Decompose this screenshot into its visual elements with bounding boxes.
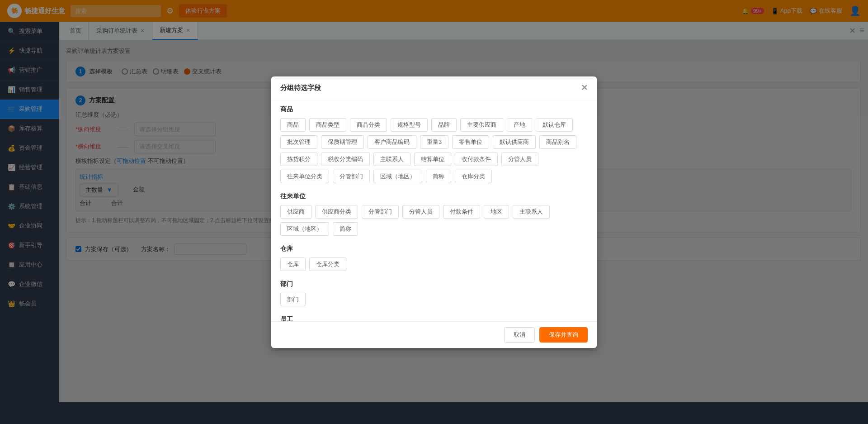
section-warehouse: 仓库 仓库 仓库分类 bbox=[280, 245, 588, 271]
section-product-title: 商品 bbox=[280, 105, 588, 114]
tag-w-warehouse-cat[interactable]: 仓库分类 bbox=[309, 257, 346, 271]
section-employee: 员工 业务员 bbox=[280, 315, 588, 321]
tag-retail-unit[interactable]: 零售单位 bbox=[452, 135, 489, 149]
section-product-tags: 商品 商品类型 商品分类 规格型号 品牌 主要供应商 产地 默认仓库 批次管理 … bbox=[280, 118, 588, 183]
dialog-body[interactable]: 商品 商品 商品类型 商品分类 规格型号 品牌 主要供应商 产地 默认仓库 批次… bbox=[271, 98, 597, 321]
tag-region[interactable]: 区域（地区） bbox=[373, 170, 422, 183]
tag-supplier[interactable]: 供应商 bbox=[280, 205, 311, 219]
tag-c-area[interactable]: 地区 bbox=[484, 205, 509, 219]
tag-c-person[interactable]: 分管人员 bbox=[402, 205, 439, 219]
tag-c-contact[interactable]: 主联系人 bbox=[513, 205, 550, 219]
dialog-close-btn[interactable]: ✕ bbox=[581, 84, 588, 92]
section-dept-title: 部门 bbox=[280, 280, 588, 288]
tag-brand[interactable]: 品牌 bbox=[431, 118, 457, 132]
tag-dept[interactable]: 分管部门 bbox=[333, 170, 370, 183]
tag-supervisor[interactable]: 分管人员 bbox=[501, 152, 538, 166]
section-dept: 部门 部门 bbox=[280, 280, 588, 306]
tag-pick-score[interactable]: 拣货积分 bbox=[280, 152, 317, 166]
dialog-overlay: 分组待选字段 ✕ 商品 商品 商品类型 商品分类 规格型号 品牌 主要供应商 产… bbox=[0, 0, 868, 424]
section-employee-title: 员工 bbox=[280, 315, 588, 321]
tag-d-dept[interactable]: 部门 bbox=[280, 293, 306, 306]
cancel-button[interactable]: 取消 bbox=[504, 327, 535, 343]
tag-main-contact[interactable]: 主联系人 bbox=[373, 152, 410, 166]
section-counterparty-title: 往来单位 bbox=[280, 192, 588, 200]
tag-c-payment[interactable]: 付款条件 bbox=[443, 205, 480, 219]
section-product: 商品 商品 商品类型 商品分类 规格型号 品牌 主要供应商 产地 默认仓库 批次… bbox=[280, 105, 588, 183]
tag-expiry-mgmt[interactable]: 保质期管理 bbox=[321, 135, 364, 149]
dialog-footer: 取消 保存并查询 bbox=[271, 321, 597, 348]
section-dept-tags: 部门 bbox=[280, 293, 588, 306]
tag-product[interactable]: 商品 bbox=[280, 118, 306, 132]
confirm-button[interactable]: 保存并查询 bbox=[539, 327, 588, 343]
tag-w-warehouse[interactable]: 仓库 bbox=[280, 257, 306, 271]
tag-default-supplier[interactable]: 默认供应商 bbox=[493, 135, 536, 149]
tag-origin[interactable]: 产地 bbox=[507, 118, 532, 132]
section-counterparty: 往来单位 供应商 供应商分类 分管部门 分管人员 付款条件 地区 主联系人 区域… bbox=[280, 192, 588, 236]
section-counterparty-tags: 供应商 供应商分类 分管部门 分管人员 付款条件 地区 主联系人 区域（地区） … bbox=[280, 205, 588, 236]
tag-payment-terms[interactable]: 收付款条件 bbox=[455, 152, 498, 166]
tag-default-warehouse[interactable]: 默认仓库 bbox=[536, 118, 573, 132]
dialog-title: 分组待选字段 bbox=[280, 84, 321, 92]
field-select-dialog: 分组待选字段 ✕ 商品 商品 商品类型 商品分类 规格型号 品牌 主要供应商 产… bbox=[271, 76, 597, 348]
section-warehouse-tags: 仓库 仓库分类 bbox=[280, 257, 588, 271]
tag-short-name[interactable]: 简称 bbox=[426, 170, 451, 183]
tag-settle-unit[interactable]: 结算单位 bbox=[414, 152, 451, 166]
tag-batch-mgmt[interactable]: 批次管理 bbox=[280, 135, 317, 149]
tag-product-alias[interactable]: 商品别名 bbox=[539, 135, 576, 149]
tag-counterparty-cat[interactable]: 往来单位分类 bbox=[280, 170, 329, 183]
tag-spec-model[interactable]: 规格型号 bbox=[391, 118, 428, 132]
tag-supplier-cat[interactable]: 供应商分类 bbox=[315, 205, 358, 219]
tag-tax-code[interactable]: 税收分类编码 bbox=[321, 152, 370, 166]
tag-main-supplier[interactable]: 主要供应商 bbox=[460, 118, 503, 132]
section-warehouse-title: 仓库 bbox=[280, 245, 588, 253]
tag-c-region[interactable]: 区域（地区） bbox=[280, 222, 329, 236]
tag-warehouse-cat[interactable]: 仓库分类 bbox=[455, 170, 492, 183]
tag-weight3[interactable]: 重量3 bbox=[420, 135, 448, 149]
dialog-header: 分组待选字段 ✕ bbox=[271, 76, 597, 98]
tag-c-short[interactable]: 简称 bbox=[333, 222, 358, 236]
tag-c-dept[interactable]: 分管部门 bbox=[362, 205, 399, 219]
tag-product-category[interactable]: 商品分类 bbox=[350, 118, 387, 132]
tag-product-type[interactable]: 商品类型 bbox=[309, 118, 346, 132]
tag-customer-code[interactable]: 客户商品编码 bbox=[368, 135, 416, 149]
